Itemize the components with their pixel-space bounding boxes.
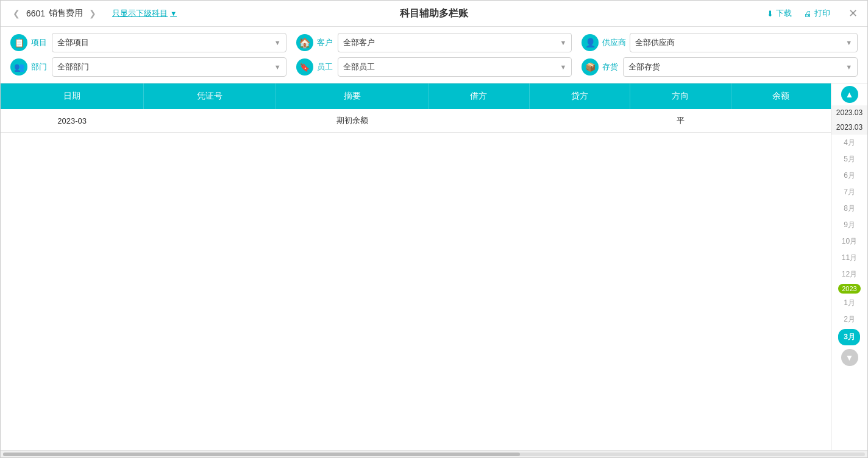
employee-value: 全部员工 xyxy=(343,62,375,72)
dept-icon: 👥 xyxy=(10,58,27,76)
inventory-icon: 📦 xyxy=(582,58,599,76)
header-bar: ❮ 6601 销售费用 ❯ 只显示下级科目 ▼ 科目辅助多栏账 ⬇ 下载 🖨 打… xyxy=(1,1,867,27)
dept-filter-item: 👥 部门 全部部门 ▼ xyxy=(10,57,286,77)
timeline-down-button[interactable]: ▼ xyxy=(841,349,858,366)
ledger-table: 日期 凭证号 摘要 借方 贷方 方向 余额 2023-03期初余额平 xyxy=(1,83,831,133)
employee-select[interactable]: 全部员工 ▼ xyxy=(338,57,572,77)
print-icon: 🖨 xyxy=(804,9,812,18)
employee-label: 员工 xyxy=(317,62,334,72)
show-sublevel-label: 只显示下级科目 xyxy=(112,8,168,19)
horizontal-scrollbar[interactable] xyxy=(1,450,867,457)
timeline-up-button[interactable]: ▲ xyxy=(841,86,858,103)
download-button[interactable]: ⬇ 下载 xyxy=(767,8,792,19)
cell-balance xyxy=(731,109,831,133)
customer-value: 全部客户 xyxy=(343,37,375,48)
cell-date: 2023-03 xyxy=(1,109,143,133)
timeline-item[interactable]: 10月 xyxy=(838,233,860,250)
col-summary: 摘要 xyxy=(276,83,428,109)
show-sublevel-button[interactable]: 只显示下级科目 ▼ xyxy=(112,8,177,19)
next-account-button[interactable]: ❯ xyxy=(87,7,99,19)
inventory-select[interactable]: 全部存货 ▼ xyxy=(623,57,858,77)
dept-dropdown-icon: ▼ xyxy=(274,63,281,71)
project-dropdown-icon: ▼ xyxy=(274,39,281,46)
col-credit: 贷方 xyxy=(529,83,630,109)
cell-voucher xyxy=(143,109,276,133)
supplier-select[interactable]: 全部供应商 ▼ xyxy=(630,33,858,52)
timeline-item[interactable]: 2023 xyxy=(838,284,860,294)
close-button[interactable]: ✕ xyxy=(848,7,858,20)
filter-row-1: 📋 项目 全部项目 ▼ 🏠 客户 全部客户 ▼ 👤 供应商 xyxy=(10,33,858,52)
supplier-icon: 👤 xyxy=(582,34,599,51)
supplier-label: 供应商 xyxy=(602,37,626,48)
filter-bar: 📋 项目 全部项目 ▼ 🏠 客户 全部客户 ▼ 👤 供应商 xyxy=(1,27,867,83)
table-row: 2023-03期初余额平 xyxy=(1,109,831,133)
customer-label: 客户 xyxy=(317,37,334,48)
timeline-item[interactable]: 1月 xyxy=(838,295,860,311)
cell-summary: 期初余额 xyxy=(276,109,428,133)
inventory-dropdown-icon: ▼ xyxy=(845,63,852,71)
col-balance: 余额 xyxy=(731,83,831,109)
employee-icon: 🔖 xyxy=(296,58,313,76)
timeline-item[interactable]: 7月 xyxy=(838,184,860,200)
account-nav: ❮ 6601 销售费用 ❯ 只显示下级科目 ▼ xyxy=(10,7,177,19)
timeline-item[interactable]: 4月 xyxy=(838,135,860,151)
employee-filter-item: 🔖 员工 全部员工 ▼ xyxy=(296,57,572,77)
account-name: 销售费用 xyxy=(49,8,83,19)
timeline-item[interactable]: 6月 xyxy=(838,167,860,184)
header-actions: ⬇ 下载 🖨 打印 ✕ xyxy=(767,7,858,20)
timeline-item[interactable]: 8月 xyxy=(838,200,860,217)
customer-filter-item: 🏠 客户 全部客户 ▼ xyxy=(296,33,572,52)
cell-direction: 平 xyxy=(630,109,731,133)
main-content: 日期 凭证号 摘要 借方 贷方 方向 余额 2023-03期初余额平 ▲ 202… xyxy=(1,83,867,450)
supplier-filter-item: 👤 供应商 全部供应商 ▼ xyxy=(582,33,858,52)
col-voucher: 凭证号 xyxy=(143,83,276,109)
scrollbar-track xyxy=(3,453,865,456)
dept-value: 全部部门 xyxy=(57,62,89,72)
inventory-filter-item: 📦 存货 全部存货 ▼ xyxy=(582,57,858,77)
timeline-item[interactable]: 2月 xyxy=(838,311,860,328)
main-window: ❮ 6601 销售费用 ❯ 只显示下级科目 ▼ 科目辅助多栏账 ⬇ 下载 🖨 打… xyxy=(0,0,868,458)
customer-select[interactable]: 全部客户 ▼ xyxy=(338,33,572,52)
timeline-header-2: 2023.03 xyxy=(831,120,867,135)
page-title: 科目辅助多栏账 xyxy=(400,7,468,20)
project-value: 全部项目 xyxy=(57,37,89,48)
scrollbar-thumb[interactable] xyxy=(3,453,520,456)
timeline-item[interactable]: 9月 xyxy=(838,217,860,233)
download-icon: ⬇ xyxy=(767,9,774,18)
download-label: 下载 xyxy=(776,8,792,19)
timeline-panel: ▲ 2023.03 2023.03 4月5月6月7月8月9月10月11月12月2… xyxy=(831,83,867,450)
table-area[interactable]: 日期 凭证号 摘要 借方 贷方 方向 余额 2023-03期初余额平 xyxy=(1,83,831,450)
inventory-label: 存货 xyxy=(602,62,619,72)
print-button[interactable]: 🖨 打印 xyxy=(804,8,830,19)
print-label: 打印 xyxy=(814,8,830,19)
inventory-value: 全部存货 xyxy=(628,62,660,72)
dept-select[interactable]: 全部部门 ▼ xyxy=(52,57,286,77)
timeline-item[interactable]: 3月 xyxy=(838,329,860,345)
cell-credit xyxy=(529,109,630,133)
project-icon: 📋 xyxy=(10,34,27,51)
table-header-row: 日期 凭证号 摘要 借方 贷方 方向 余额 xyxy=(1,83,831,109)
employee-dropdown-icon: ▼ xyxy=(560,63,566,71)
project-filter-item: 📋 项目 全部项目 ▼ xyxy=(10,33,286,52)
supplier-value: 全部供应商 xyxy=(635,37,675,48)
customer-dropdown-icon: ▼ xyxy=(560,39,566,46)
col-debit: 借方 xyxy=(429,83,530,109)
timeline-item[interactable]: 5月 xyxy=(838,151,860,167)
col-direction: 方向 xyxy=(630,83,731,109)
account-code: 6601 xyxy=(26,9,45,18)
col-date: 日期 xyxy=(1,83,143,109)
customer-icon: 🏠 xyxy=(296,34,313,51)
filter-row-2: 👥 部门 全部部门 ▼ 🔖 员工 全部员工 ▼ 📦 存货 xyxy=(10,57,858,77)
prev-account-button[interactable]: ❮ xyxy=(10,7,23,19)
dept-label: 部门 xyxy=(31,62,48,72)
project-label: 项目 xyxy=(31,37,48,48)
cell-debit xyxy=(429,109,530,133)
project-select[interactable]: 全部项目 ▼ xyxy=(52,33,286,52)
supplier-dropdown-icon: ▼ xyxy=(845,39,852,46)
chevron-down-icon: ▼ xyxy=(170,10,177,17)
timeline-item[interactable]: 12月 xyxy=(838,266,860,283)
timeline-item[interactable]: 11月 xyxy=(838,250,860,266)
timeline-header-1: 2023.03 xyxy=(831,105,867,120)
